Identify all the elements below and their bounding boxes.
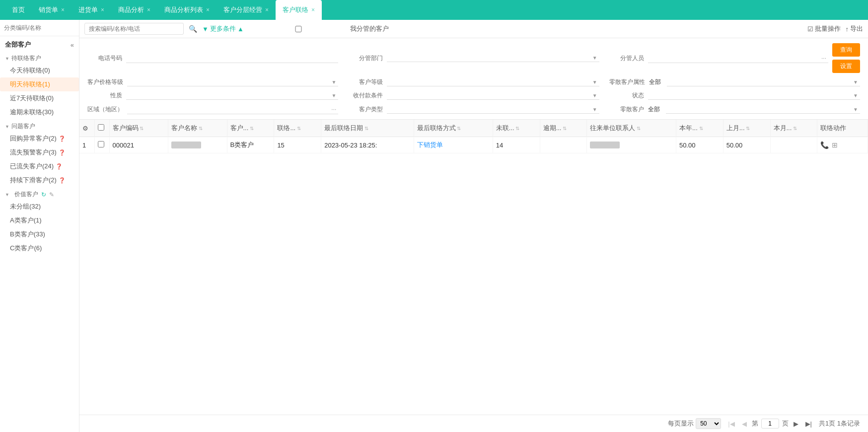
filter-label-region: 区域（地区） bbox=[87, 105, 123, 114]
col-name[interactable]: 客户名称 bbox=[168, 120, 227, 137]
refresh-icon[interactable]: ↻ bbox=[41, 191, 46, 198]
col-not-contacted[interactable]: 未联... bbox=[493, 120, 540, 137]
filter-status: 状态 ▼ bbox=[609, 91, 860, 100]
col-overdue[interactable]: 逾期... bbox=[540, 120, 587, 137]
collapse-icon[interactable]: « bbox=[71, 41, 74, 49]
close-icon[interactable]: × bbox=[265, 6, 269, 13]
col-last-month[interactable]: 上月... bbox=[723, 120, 770, 137]
sidebar-search-input[interactable] bbox=[4, 24, 78, 31]
col-last-contact-date[interactable]: 最后联络日期 bbox=[321, 120, 414, 137]
col-code[interactable]: 客户编码 bbox=[109, 120, 168, 137]
sidebar-item-class-c[interactable]: C类客户(6) bbox=[0, 241, 79, 255]
filter-select-price-level[interactable]: ▼ bbox=[127, 78, 338, 86]
col-last-contact-method[interactable]: 最后联络方式 bbox=[414, 120, 493, 137]
last-method-link[interactable]: 下销货单 bbox=[417, 141, 443, 148]
cell-overdue bbox=[540, 137, 587, 153]
chevron-down-icon: ▼ bbox=[853, 93, 858, 98]
cell-this-year: 50.00 bbox=[676, 137, 723, 153]
close-icon[interactable]: × bbox=[147, 6, 150, 13]
filter-select-person[interactable]: ··· bbox=[648, 54, 828, 63]
search-input[interactable] bbox=[84, 23, 184, 35]
col-contact-person[interactable]: 往来单位联系人 bbox=[587, 120, 676, 137]
col-type[interactable]: 客户... bbox=[227, 120, 274, 137]
edit-icon[interactable]: ✎ bbox=[49, 191, 54, 198]
checkbox-icon: ☑ bbox=[807, 25, 813, 33]
search-button[interactable]: 🔍 bbox=[189, 25, 197, 33]
grid-icon[interactable]: ⊞ bbox=[832, 141, 838, 149]
next-page-button[interactable]: ▶ bbox=[792, 419, 800, 429]
more-filter-button[interactable]: ▼ 更多条件 ▲ bbox=[202, 24, 244, 33]
blurred-contact bbox=[590, 142, 620, 148]
prev-page-button[interactable]: ◀ bbox=[740, 419, 749, 429]
filter-select-customer-level[interactable]: ▼ bbox=[387, 78, 599, 86]
filter-select-payment[interactable]: ▼ bbox=[387, 92, 599, 100]
page-size-select[interactable]: 50 100 200 bbox=[696, 418, 721, 429]
filter-select-region[interactable]: ··· bbox=[127, 105, 338, 114]
sidebar-item-class-a[interactable]: A类客户(1) bbox=[0, 214, 79, 227]
sidebar-item-repurchase-anomaly[interactable]: 回购异常客户(2) ❓ bbox=[0, 132, 79, 145]
filter-label-retail-customer: 零散客户 bbox=[609, 105, 644, 114]
sidebar-item-churn-warning[interactable]: 流失预警客户(3) ❓ bbox=[0, 145, 79, 159]
filter-select-retail-customer[interactable]: ▼ bbox=[666, 106, 860, 114]
cell-contacts: 15 bbox=[274, 137, 321, 153]
row-checkbox[interactable] bbox=[98, 141, 104, 147]
close-icon[interactable]: × bbox=[61, 6, 65, 13]
filter-select-retail-attr[interactable]: ▼ bbox=[667, 78, 860, 86]
filter-toolbar: 🔍 ▼ 更多条件 ▲ 我分管的客户 ☑ 批量操作 ↑ 导出 bbox=[79, 20, 868, 38]
cell-name[interactable] bbox=[168, 137, 227, 153]
phone-icon[interactable]: 📞 bbox=[820, 141, 829, 149]
page-number-input[interactable] bbox=[761, 419, 779, 429]
first-page-button[interactable]: |◀ bbox=[726, 419, 736, 429]
settings-button[interactable]: 设置 bbox=[832, 60, 860, 73]
my-customer-checkbox[interactable] bbox=[249, 26, 348, 32]
filter-label-retail-attr: 零散客户属性 bbox=[609, 78, 645, 86]
filter-action-buttons: 查询 设置 bbox=[832, 43, 860, 73]
query-button[interactable]: 查询 bbox=[832, 43, 860, 57]
filter-label-phone: 电话号码 bbox=[87, 54, 122, 63]
sidebar-item-declining[interactable]: 持续下滑客户(2) ❓ bbox=[0, 173, 79, 187]
filter-input-phone[interactable] bbox=[126, 54, 338, 63]
filter-label-price-level: 客户价格等级 bbox=[87, 78, 123, 86]
col-this-year[interactable]: 本年... bbox=[676, 120, 723, 137]
filter-select-status[interactable]: ▼ bbox=[648, 92, 860, 100]
filter-select-dept[interactable]: ▼ bbox=[387, 54, 599, 62]
nav-product-analysis-list[interactable]: 商品分析列表 × bbox=[157, 0, 217, 20]
cell-last-method[interactable]: 下销货单 bbox=[414, 137, 493, 153]
export-button[interactable]: ↑ 导出 bbox=[846, 24, 864, 33]
nav-customer-segmentation[interactable]: 客户分层经营 × bbox=[217, 0, 276, 20]
more-icon: ··· bbox=[331, 106, 336, 113]
sidebar-item-today-contact[interactable]: 今天待联络(0) bbox=[0, 64, 79, 77]
close-icon[interactable]: × bbox=[101, 6, 104, 13]
sidebar-item-tomorrow-contact[interactable]: 明天待联络(1) bbox=[0, 77, 79, 91]
filter-label-payment: 收付款条件 bbox=[348, 91, 383, 100]
filter-select-customer-type[interactable]: ▼ bbox=[387, 106, 599, 114]
cell-checkbox[interactable] bbox=[94, 137, 109, 153]
last-page-button[interactable]: ▶| bbox=[803, 419, 814, 429]
nav-product-analysis[interactable]: 商品分析 × bbox=[111, 0, 157, 20]
sidebar-item-overdue-contact[interactable]: 逾期未联络(30) bbox=[0, 105, 79, 119]
col-checkbox[interactable] bbox=[94, 120, 109, 137]
col-actions: 联络动作 bbox=[817, 120, 868, 137]
chevron-up-icon: ▲ bbox=[237, 25, 244, 33]
table-footer: 每页显示 50 100 200 |◀ ◀ 第 页 ▶ ▶| 共1页 1条记录 bbox=[79, 415, 868, 432]
sidebar-item-class-b[interactable]: B类客户(33) bbox=[0, 227, 79, 241]
nav-customer-contact[interactable]: 客户联络 × bbox=[276, 0, 322, 20]
nav-home[interactable]: 首页 bbox=[5, 0, 32, 20]
group-pending-contact: 待联络客户 bbox=[0, 51, 79, 64]
col-this-month[interactable]: 本月... bbox=[770, 120, 817, 137]
action-icons: 📞 ⊞ bbox=[820, 141, 865, 149]
close-icon[interactable]: × bbox=[206, 6, 210, 13]
total-records: 共1页 1条记录 bbox=[819, 419, 860, 428]
select-all-checkbox[interactable] bbox=[98, 124, 104, 131]
col-settings[interactable]: ⚙ bbox=[79, 120, 94, 137]
batch-operation-button[interactable]: ☑ 批量操作 bbox=[807, 24, 841, 33]
sidebar-item-churned[interactable]: 已流失客户(24) ❓ bbox=[0, 159, 79, 173]
nav-purchase-order[interactable]: 进货单 × bbox=[72, 0, 111, 20]
close-icon[interactable]: × bbox=[311, 6, 315, 13]
col-contacts[interactable]: 联络... bbox=[274, 120, 321, 137]
chevron-down-icon: ▼ bbox=[592, 93, 597, 98]
sidebar-item-7day-contact[interactable]: 近7天待联络(0) bbox=[0, 91, 79, 105]
filter-select-nature[interactable]: ▼ bbox=[126, 92, 338, 100]
nav-sales-order[interactable]: 销货单 × bbox=[32, 0, 72, 20]
sidebar-item-ungrouped[interactable]: 未分组(32) bbox=[0, 200, 79, 214]
